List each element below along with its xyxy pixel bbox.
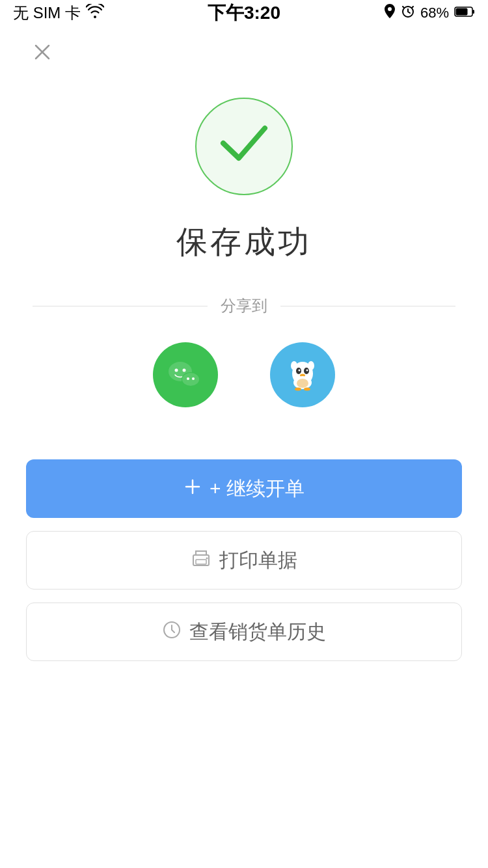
- history-button[interactable]: 查看销货单历史: [26, 603, 462, 661]
- svg-point-26: [308, 361, 314, 370]
- share-section: 分享到: [0, 295, 488, 407]
- action-buttons: + 继续开单 打印单据 查看销货单历史: [0, 459, 488, 661]
- battery-icon: [454, 5, 475, 21]
- history-icon: [162, 620, 182, 644]
- svg-point-9: [175, 369, 178, 372]
- share-label: 分享到: [208, 295, 280, 316]
- wechat-share-button[interactable]: [153, 342, 218, 407]
- close-button[interactable]: [26, 36, 59, 68]
- status-time: 下午3:20: [208, 1, 280, 25]
- print-button[interactable]: 打印单据: [26, 531, 462, 590]
- success-circle: [195, 98, 293, 195]
- svg-point-31: [206, 557, 208, 559]
- svg-rect-2: [472, 10, 474, 14]
- share-divider: 分享到: [0, 295, 488, 316]
- wifi-icon: [86, 4, 104, 22]
- svg-point-10: [183, 369, 186, 372]
- svg-point-22: [297, 379, 308, 388]
- qq-share-button[interactable]: [270, 342, 335, 407]
- svg-point-19: [306, 370, 308, 372]
- svg-point-12: [182, 373, 199, 386]
- print-icon: [191, 549, 211, 573]
- no-sim-text: 无 SIM 卡: [13, 3, 81, 23]
- print-label: 打印单据: [219, 547, 297, 574]
- divider-right: [280, 306, 455, 306]
- svg-point-14: [192, 377, 195, 380]
- continue-button[interactable]: + 继续开单: [26, 459, 462, 518]
- svg-point-23: [295, 388, 301, 391]
- divider-left: [33, 306, 208, 306]
- svg-point-13: [187, 377, 189, 380]
- location-icon: [384, 4, 396, 22]
- svg-rect-3: [455, 8, 467, 16]
- continue-label: + 继续开单: [210, 476, 305, 502]
- success-title: 保存成功: [176, 221, 312, 263]
- svg-point-18: [299, 370, 301, 372]
- svg-point-24: [304, 388, 310, 391]
- share-icons: [0, 342, 488, 407]
- history-label: 查看销货单历史: [189, 619, 326, 645]
- checkmark-icon: [218, 120, 270, 173]
- continue-plus-icon: [183, 478, 202, 500]
- main-content: 保存成功 分享到: [0, 26, 488, 661]
- battery-text: 68%: [420, 5, 449, 21]
- status-left: 无 SIM 卡: [13, 3, 104, 23]
- status-bar: 无 SIM 卡 下午3:20 68%: [0, 0, 488, 26]
- svg-point-25: [291, 361, 297, 370]
- status-right: 68%: [384, 4, 475, 22]
- svg-rect-30: [196, 560, 206, 564]
- alarm-icon: [401, 4, 415, 22]
